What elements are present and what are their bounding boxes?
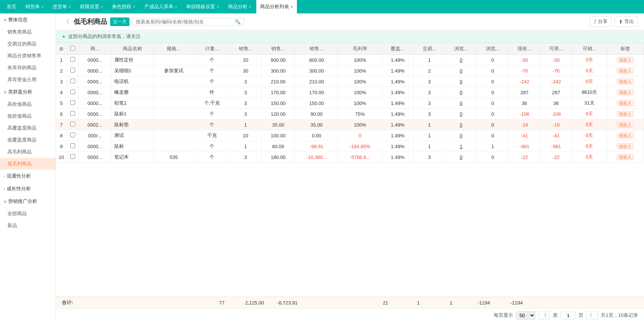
close-template-settings[interactable]: × <box>217 4 219 9</box>
cell-checkbox[interactable] <box>67 109 78 119</box>
cell-checkbox[interactable] <box>67 119 78 130</box>
sidebar-item-sales-products[interactable]: 销售类商品 <box>0 26 55 38</box>
th-sales2[interactable]: 销售... <box>262 43 295 55</box>
cell-browse1[interactable]: 0 <box>445 87 477 98</box>
th-unit[interactable]: 计量... <box>194 43 230 55</box>
cell-browse1[interactable]: 1 <box>445 141 477 152</box>
close-sales-order[interactable]: × <box>41 4 44 9</box>
prev-page-button[interactable]: 〈 <box>538 311 550 320</box>
row-checkbox[interactable] <box>70 122 75 127</box>
cell-checkbox[interactable] <box>67 141 78 152</box>
th-coverage[interactable]: 覆盖... <box>382 43 413 55</box>
cell-browse1[interactable]: 0 <box>445 66 477 76</box>
close-product-analysis-list[interactable]: × <box>291 4 293 9</box>
search-input[interactable] <box>136 19 235 25</box>
th-sales3[interactable]: 销售... <box>295 43 338 55</box>
sidebar-item-low-coverage[interactable]: 低覆盖度商品 <box>0 134 55 146</box>
nav-home[interactable]: 首页 <box>3 0 20 13</box>
nav-template-settings[interactable]: 单据模板设置 × <box>182 0 222 13</box>
nav-purchase-order[interactable]: 进货单 × <box>49 0 74 13</box>
th-spec[interactable]: 规格... <box>153 43 194 55</box>
close-product-entry[interactable]: × <box>175 4 177 9</box>
th-name[interactable]: 商品名称 <box>112 43 153 55</box>
sidebar-group-circulation[interactable]: › 流通性分析 <box>0 170 55 182</box>
row-checkbox[interactable] <box>70 133 75 137</box>
row-checkbox[interactable] <box>70 100 75 105</box>
sidebar-item-new-products[interactable]: 新品 <box>0 220 55 232</box>
select-all-checkbox[interactable] <box>70 46 75 51</box>
nav-role-auth[interactable]: 角色授权 × <box>108 0 139 13</box>
th-browse2[interactable]: 浏览... <box>477 43 509 55</box>
browse1-link[interactable]: 0 <box>460 68 462 74</box>
close-permission-settings[interactable]: × <box>101 4 103 9</box>
th-sales1[interactable]: 销售... <box>230 43 261 55</box>
sidebar-item-stocked-products[interactable]: 有库存的商品 <box>0 62 55 74</box>
cell-browse1[interactable]: 0 <box>445 119 477 130</box>
browse1-link[interactable]: 0 <box>460 90 462 95</box>
sidebar-item-category-sales-rate[interactable]: 商品分类销售率 <box>0 50 55 62</box>
th-trade[interactable]: 交易... <box>413 43 445 55</box>
nav-permission-settings[interactable]: 权限设置 × <box>76 0 107 13</box>
browse1-link[interactable]: 0 <box>460 133 462 138</box>
nav-product-entry[interactable]: 产成品入库单 × <box>141 0 181 13</box>
row-checkbox[interactable] <box>70 68 75 73</box>
cell-browse1[interactable]: 0 <box>445 152 477 163</box>
sidebar-group-overall[interactable]: ∨ 整体信息 <box>0 13 55 26</box>
cell-browse1[interactable]: 0 <box>445 109 477 119</box>
browse1-link[interactable]: 0 <box>460 154 462 160</box>
cell-checkbox[interactable] <box>67 87 78 98</box>
browse1-link[interactable]: 1 <box>460 144 462 149</box>
cell-browse1[interactable]: 0 <box>445 130 477 141</box>
search-icon[interactable]: 🔍 <box>235 19 241 25</box>
th-browse1[interactable]: 浏览... <box>445 43 477 55</box>
row-checkbox[interactable] <box>70 89 75 94</box>
cell-browse1[interactable]: 0 <box>445 76 477 87</box>
th-stock1[interactable]: 现有... <box>509 43 540 55</box>
cell-checkbox[interactable] <box>67 130 78 141</box>
th-settings[interactable]: ⚙ <box>56 43 67 55</box>
cell-checkbox[interactable] <box>67 76 78 87</box>
th-code[interactable]: 商... <box>78 43 112 55</box>
close-purchase-order[interactable]: × <box>68 4 71 9</box>
th-checkbox[interactable] <box>67 43 78 55</box>
th-margin[interactable]: 毛利率 <box>338 43 382 55</box>
share-button[interactable]: ⤴ 分享 <box>590 16 612 27</box>
row-checkbox[interactable] <box>70 57 75 62</box>
sidebar-item-high-margin[interactable]: 高毛利商品 <box>0 146 55 158</box>
browse1-link[interactable]: 0 <box>460 122 462 128</box>
th-days[interactable]: 可销... <box>572 43 607 55</box>
cell-browse1[interactable]: 0 <box>445 55 477 66</box>
th-tag[interactable]: 标签 <box>607 43 644 55</box>
nav-product-analysis[interactable]: 商品分析 × <box>224 0 255 13</box>
cell-checkbox[interactable] <box>67 66 78 76</box>
sidebar-group-marketing[interactable]: ∨ 营销推广分析 <box>0 195 55 208</box>
cell-checkbox[interactable] <box>67 152 78 163</box>
sidebar-item-traded-products[interactable]: 交易过的商品 <box>0 38 55 50</box>
sidebar-item-low-margin[interactable]: 低毛利商品 <box>0 158 55 170</box>
sidebar-group-cluster[interactable]: ∨ 类群盈分析 <box>0 86 55 98</box>
browse1-link[interactable]: 0 <box>460 111 462 117</box>
page-size-select[interactable]: 50 100 200 <box>516 311 535 320</box>
cell-browse1[interactable]: 0 <box>445 98 477 109</box>
nav-product-analysis-list[interactable]: 商品分析列表 × <box>256 0 297 13</box>
nav-sales-order[interactable]: 销货单 × <box>22 0 47 13</box>
sidebar-item-capital[interactable]: 库存资金占用 <box>0 74 55 86</box>
th-stock2[interactable]: 可用... <box>540 43 572 55</box>
row-checkbox[interactable] <box>70 143 75 148</box>
period-button[interactable]: 近一月 <box>110 17 129 26</box>
sidebar-item-all-products[interactable]: 全部商品 <box>0 208 55 220</box>
browse1-link[interactable]: 0 <box>460 57 462 63</box>
collapse-sidebar-button[interactable]: 《 <box>62 18 71 26</box>
next-page-button[interactable]: 〉 <box>586 311 598 320</box>
row-checkbox[interactable] <box>70 154 75 159</box>
browse1-link[interactable]: 0 <box>460 101 462 106</box>
page-input[interactable] <box>561 312 576 319</box>
sidebar-item-high-coverage[interactable]: 高覆盖度商品 <box>0 122 55 134</box>
browse1-link[interactable]: 0 <box>460 79 462 85</box>
export-button[interactable]: ⬆ 导出 <box>615 16 638 27</box>
close-product-analysis[interactable]: × <box>249 4 251 9</box>
sidebar-item-low-value[interactable]: 低价值商品 <box>0 110 55 122</box>
sidebar-group-growth[interactable]: › 成长性分析 <box>0 182 55 195</box>
row-checkbox[interactable] <box>70 111 75 116</box>
sidebar-item-high-value[interactable]: 高价值商品 <box>0 98 55 110</box>
